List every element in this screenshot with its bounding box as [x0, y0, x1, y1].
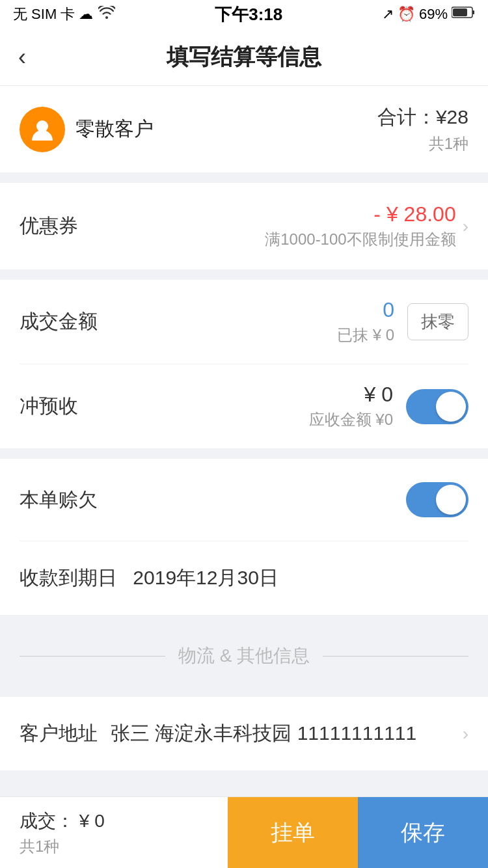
logistics-divider-text: 物流 & 其他信息	[178, 644, 310, 668]
bottom-bar: 成交： ¥ 0 共1种 挂单 保存	[0, 796, 488, 868]
customer-avatar	[20, 107, 65, 152]
customer-name: 零散客户	[75, 116, 154, 142]
status-right: ↗ ⏰ 69%	[382, 6, 475, 23]
content: 零散客户 合计：¥28 共1种 优惠券 - ¥ 28.00 满1000-100不…	[0, 86, 488, 859]
battery-label: 69%	[419, 6, 448, 23]
coupon-label: 优惠券	[20, 213, 78, 239]
divider-line-right	[323, 656, 468, 657]
address-label: 客户地址	[20, 720, 98, 747]
transaction-row: 成交金额 0 已抹 ¥ 0 抹零	[0, 280, 488, 364]
location-icon: ↗	[382, 6, 394, 23]
logistics-divider: 物流 & 其他信息	[0, 625, 488, 686]
receivable: 应收金额 ¥0	[309, 409, 393, 430]
debt-row: 本单赊欠	[0, 459, 488, 541]
pre-collect-amounts: ¥ 0 应收金额 ¥0	[309, 383, 393, 430]
address-chevron-icon: ›	[463, 724, 468, 744]
summary-transaction-label: 成交：	[20, 811, 74, 831]
round-zero-button[interactable]: 抹零	[407, 303, 468, 340]
address-row[interactable]: 客户地址 张三 海淀永丰科技园 11111111111 ›	[0, 697, 488, 770]
pre-collect-label: 冲预收	[20, 393, 78, 420]
coupon-right: - ¥ 28.00 满1000-100不限制使用金额 ›	[265, 202, 468, 250]
save-button[interactable]: 保存	[358, 797, 488, 869]
page-title: 填写结算等信息	[167, 42, 321, 72]
pre-collect-row: 冲预收 ¥ 0 应收金额 ¥0	[0, 364, 488, 448]
nav-bar: ‹ 填写结算等信息	[0, 29, 488, 86]
debt-toggle-knob	[436, 485, 466, 515]
customer-right: 合计：¥28 共1种	[377, 104, 468, 154]
svg-rect-1	[472, 10, 474, 14]
battery-icon	[452, 6, 475, 23]
transaction-value[interactable]: 0	[337, 298, 394, 322]
logistics-section: 物流 & 其他信息	[0, 625, 488, 686]
hang-button[interactable]: 挂单	[228, 797, 358, 869]
debt-toggle[interactable]	[406, 482, 468, 517]
no-sim-label: 无 SIM 卡 ☁	[13, 5, 93, 24]
transaction-label: 成交金额	[20, 308, 98, 335]
transaction-sub: 已抹 ¥ 0	[337, 325, 394, 346]
address-section: 客户地址 张三 海淀永丰科技园 11111111111 ›	[0, 697, 488, 770]
due-date-label: 收款到期日	[20, 567, 117, 588]
svg-rect-2	[453, 8, 467, 16]
debt-section: 本单赊欠 收款到期日 2019年12月30日	[0, 459, 488, 615]
due-date-value: 2019年12月30日	[133, 567, 278, 588]
coupon-discount: - ¥ 28.00	[265, 202, 455, 226]
pre-amount: ¥ 0	[309, 383, 393, 407]
due-date-row[interactable]: 收款到期日 2019年12月30日	[0, 541, 488, 615]
bottom-summary: 成交： ¥ 0 共1种	[0, 809, 228, 857]
total-count: 共1种	[377, 133, 468, 154]
coupon-desc: 满1000-100不限制使用金额	[265, 229, 455, 250]
debt-label: 本单赊欠	[20, 487, 98, 513]
coupon-info: - ¥ 28.00 满1000-100不限制使用金额	[265, 202, 455, 250]
summary-transaction: 成交： ¥ 0	[20, 809, 208, 834]
status-time: 下午3:18	[215, 3, 282, 26]
address-value: 张三 海淀永丰科技园 11111111111	[111, 720, 463, 747]
transaction-amount-area: 0 已抹 ¥ 0	[337, 298, 394, 346]
customer-row: 零散客户 合计：¥28 共1种	[0, 86, 488, 172]
coupon-chevron-icon: ›	[463, 216, 468, 237]
status-left: 无 SIM 卡 ☁	[13, 5, 115, 24]
coupon-row[interactable]: 优惠券 - ¥ 28.00 满1000-100不限制使用金额 ›	[0, 183, 488, 269]
summary-count: 共1种	[20, 836, 208, 857]
transaction-section: 成交金额 0 已抹 ¥ 0 抹零 冲预收 ¥ 0 应收金额 ¥0	[0, 280, 488, 448]
total-amount: 合计：¥28	[377, 104, 468, 131]
coupon-section: 优惠券 - ¥ 28.00 满1000-100不限制使用金额 ›	[0, 183, 488, 269]
alarm-icon: ⏰	[398, 6, 415, 23]
customer-left: 零散客户	[20, 107, 154, 152]
wifi-icon	[98, 6, 115, 23]
summary-transaction-value: ¥ 0	[79, 811, 105, 831]
back-button[interactable]: ‹	[18, 44, 26, 71]
transaction-right: 0 已抹 ¥ 0 抹零	[337, 298, 468, 346]
divider-line-left	[20, 656, 165, 657]
status-bar: 无 SIM 卡 ☁ 下午3:18 ↗ ⏰ 69%	[0, 0, 488, 29]
pre-collect-toggle[interactable]	[406, 389, 468, 424]
pre-collect-right: ¥ 0 应收金额 ¥0	[309, 383, 468, 430]
toggle-knob	[436, 392, 466, 422]
